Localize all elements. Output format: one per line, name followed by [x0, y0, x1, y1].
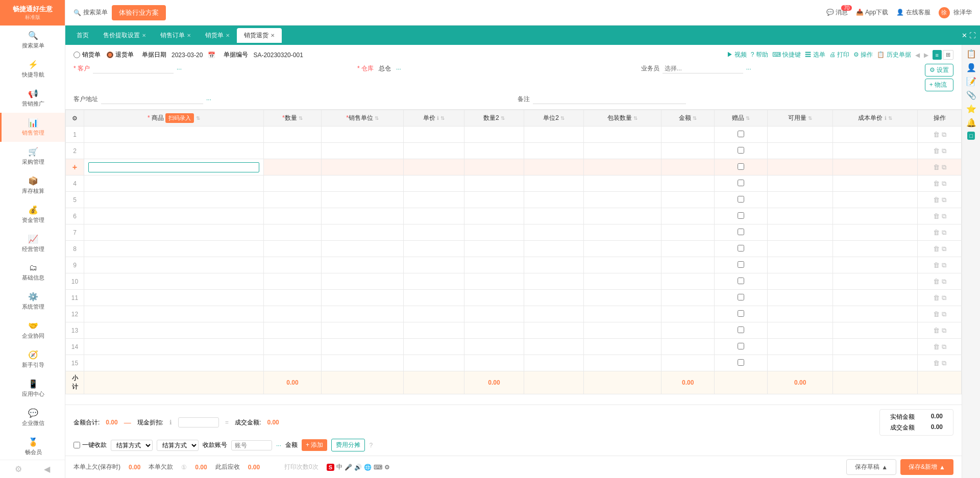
- unit2-cell[interactable]: [524, 175, 584, 192]
- price-cell[interactable]: [404, 208, 464, 224]
- qty2-cell[interactable]: [464, 339, 524, 355]
- calendar-icon[interactable]: 📅: [208, 52, 215, 59]
- help-info-icon[interactable]: ℹ: [169, 419, 172, 426]
- unit2-cell[interactable]: [524, 208, 584, 224]
- address-input[interactable]: [101, 94, 203, 104]
- tab-delivery[interactable]: 销货单 ✕: [198, 28, 237, 43]
- unit-cell[interactable]: [322, 257, 404, 273]
- unit2-cell[interactable]: [524, 127, 584, 143]
- copy-row-icon[interactable]: ⧉: [942, 147, 946, 155]
- fee-split-button[interactable]: 费用分摊: [331, 439, 365, 451]
- unit-cell[interactable]: [322, 306, 404, 322]
- price-cell[interactable]: [404, 290, 464, 306]
- cost-sort-icon[interactable]: ⇅: [888, 115, 892, 121]
- sidebar-item-finance[interactable]: 💰 资金管理: [0, 200, 65, 229]
- available-cell[interactable]: [768, 159, 833, 175]
- save-new-button[interactable]: 保存&新增 ▲: [900, 459, 953, 475]
- product-cell[interactable]: [84, 224, 264, 241]
- right-panel-icon-6[interactable]: 🔔: [966, 118, 976, 128]
- gift-sort-icon[interactable]: ⇅: [746, 115, 750, 121]
- unit2-cell[interactable]: [524, 290, 584, 306]
- amount-cell[interactable]: [662, 127, 715, 143]
- qty-cell[interactable]: [263, 306, 321, 322]
- amount-cell[interactable]: [662, 257, 715, 273]
- available-cell[interactable]: [768, 192, 833, 208]
- amount-cell[interactable]: [662, 175, 715, 192]
- amount-sort-icon[interactable]: ⇅: [693, 115, 697, 121]
- unit2-cell[interactable]: [524, 192, 584, 208]
- settings-btn[interactable]: ⚙ 设置: [925, 64, 953, 77]
- delete-row-icon[interactable]: 🗑: [933, 261, 940, 269]
- pkgqty-cell[interactable]: [584, 241, 662, 257]
- sidebar-item-purchase[interactable]: 🛒 采购管理: [0, 142, 65, 171]
- gift-cell[interactable]: [715, 273, 768, 290]
- unit-cell[interactable]: [322, 159, 404, 175]
- gift-checkbox[interactable]: [738, 326, 744, 333]
- tab-order-close[interactable]: ✕: [187, 33, 191, 38]
- unit-cell[interactable]: [322, 224, 404, 241]
- cost-cell[interactable]: [833, 143, 918, 159]
- qty-cell[interactable]: [263, 208, 321, 224]
- pkgqty-cell[interactable]: [584, 290, 662, 306]
- cost-cell[interactable]: [833, 208, 918, 224]
- gift-cell[interactable]: [715, 322, 768, 339]
- gift-cell[interactable]: [715, 290, 768, 306]
- cost-cell[interactable]: [833, 355, 918, 371]
- unit-cell[interactable]: [322, 143, 404, 159]
- right-panel-icon-active[interactable]: □: [967, 132, 975, 140]
- product-cell[interactable]: [84, 143, 264, 159]
- cost-cell[interactable]: [833, 273, 918, 290]
- sidebar-item-search[interactable]: 🔍 搜索菜单: [0, 26, 65, 55]
- qty2-cell[interactable]: [464, 322, 524, 339]
- customer-input[interactable]: [93, 64, 174, 73]
- amount-cell[interactable]: [662, 208, 715, 224]
- qty2-cell[interactable]: [464, 143, 524, 159]
- qty-cell[interactable]: [263, 257, 321, 273]
- unit2-cell[interactable]: [524, 143, 584, 159]
- copy-row-icon[interactable]: ⧉: [942, 343, 946, 351]
- one-click-pay-input[interactable]: [74, 442, 80, 448]
- radio-delivery[interactable]: 销货单: [74, 51, 101, 59]
- add-payment-button[interactable]: + 添加: [302, 439, 327, 451]
- sidebar-item-marketing[interactable]: 📢 营销推广: [0, 84, 65, 113]
- amount-cell[interactable]: [662, 224, 715, 241]
- pkgqty-cell[interactable]: [584, 322, 662, 339]
- delete-row-icon[interactable]: 🗑: [933, 147, 940, 155]
- delete-row-icon[interactable]: 🗑: [933, 245, 940, 253]
- copy-row-icon[interactable]: ⧉: [942, 261, 946, 269]
- online-service-button[interactable]: 👤 在线客服: [896, 8, 930, 17]
- available-cell[interactable]: [768, 257, 833, 273]
- gift-checkbox[interactable]: [738, 359, 744, 366]
- tab-expand-icon[interactable]: ⛶: [969, 32, 976, 39]
- gift-cell[interactable]: [715, 208, 768, 224]
- pkgqty-cell[interactable]: [584, 306, 662, 322]
- gift-checkbox[interactable]: [738, 294, 744, 300]
- help-btn[interactable]: ? 帮助: [751, 51, 768, 59]
- app-download-button[interactable]: 📥 App下载: [856, 8, 888, 17]
- delete-row-icon[interactable]: 🗑: [933, 278, 940, 285]
- pkgqty-cell[interactable]: [584, 127, 662, 143]
- qty2-cell[interactable]: [464, 273, 524, 290]
- available-cell[interactable]: [768, 143, 833, 159]
- unit2-cell[interactable]: [524, 339, 584, 355]
- staff-input[interactable]: [663, 64, 743, 73]
- price-cell[interactable]: [404, 355, 464, 371]
- unit-cell[interactable]: [322, 175, 404, 192]
- delete-row-icon[interactable]: 🗑: [933, 326, 940, 334]
- calc-method-select[interactable]: 结算方式: [157, 440, 199, 451]
- card-view-btn[interactable]: ⊞: [943, 50, 953, 60]
- amount-cell[interactable]: [662, 290, 715, 306]
- product-cell[interactable]: [84, 306, 264, 322]
- delete-row-icon[interactable]: 🗑: [933, 359, 940, 367]
- copy-row-icon[interactable]: ⧉: [942, 163, 946, 171]
- next-doc-icon[interactable]: ▶: [924, 52, 928, 59]
- delete-row-icon[interactable]: 🗑: [933, 343, 940, 350]
- sidebar-item-system[interactable]: ⚙️ 系统管理: [0, 287, 65, 316]
- unit-cell[interactable]: [322, 273, 404, 290]
- amount-cell[interactable]: [662, 355, 715, 371]
- amount-cell[interactable]: [662, 143, 715, 159]
- unit2-cell[interactable]: [524, 257, 584, 273]
- sidebar-item-member[interactable]: 🏅 畅会员: [0, 432, 65, 460]
- right-panel-icon-5[interactable]: ⭐: [966, 104, 976, 114]
- settlement-select[interactable]: 结算方式: [111, 440, 153, 451]
